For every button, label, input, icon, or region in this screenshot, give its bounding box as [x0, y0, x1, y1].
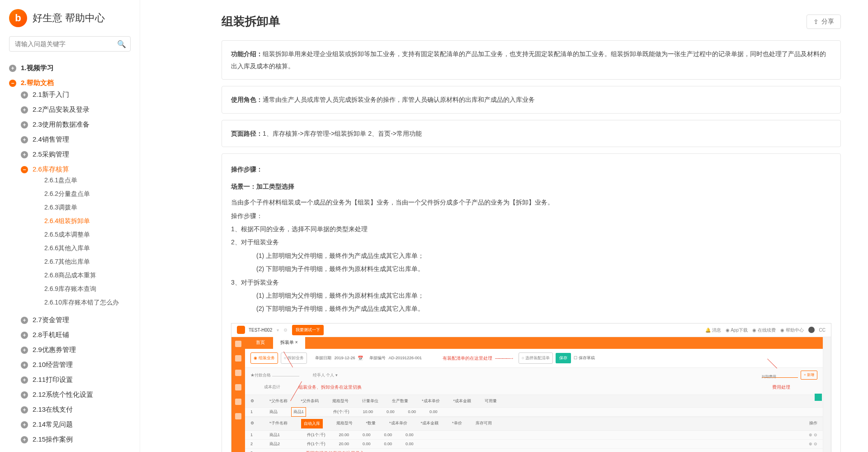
nav-2-6-7[interactable]: 2.6.7其他出库单: [44, 255, 131, 269]
intro-box: 功能介绍：组装拆卸单用来处理企业组装或拆卸等加工业务，支持有固定装配清单的产品加…: [222, 40, 841, 80]
brand-row: b 好生意 帮助中心: [9, 9, 131, 27]
ss-child-row-2: 2 商品2 件(1个:千) 20.00 0.00 0.00 0.00 ⊕ ⊖: [245, 440, 823, 449]
main-content: 组装拆卸单 ⇪ 分享 功能介绍：组装拆卸单用来处理企业组装或拆卸等加工业务，支持…: [140, 0, 868, 452]
nav-2-1[interactable]: +2.1新手入门: [21, 90, 131, 99]
ss-parent-head: ⚙ *父件名称 *父件条码 规格型号 计量单位 生产数量 *成本单价 *成本金额…: [245, 395, 823, 408]
plus-icon: +: [21, 91, 28, 99]
nav-2-2[interactable]: +2.2产品安装及登录: [21, 105, 131, 114]
ss-sidebar: [231, 337, 245, 452]
nav-2-9[interactable]: +2.9优惠券管理: [21, 346, 131, 354]
brand-title: 好生意 帮助中心: [33, 11, 105, 25]
nav-2-6-10[interactable]: 2.6.10库存账本错了怎么办: [44, 296, 131, 309]
path-text: 1、库存核算->库存管理->组装拆卸单 2、首页->常用功能: [263, 130, 422, 137]
nav-2-15[interactable]: +2.15操作案例: [21, 435, 131, 444]
row-action-icon: ⊕ ⊖: [809, 440, 817, 448]
box-icon: [235, 370, 241, 376]
calendar-icon: 📅: [358, 353, 363, 363]
ss-draft-button: ☐ 保存草稿: [574, 354, 595, 362]
nav-video[interactable]: +1.视频学习: [9, 64, 131, 72]
search-input[interactable]: [9, 36, 131, 52]
ss-annot-3: 费用处理: [772, 382, 790, 392]
nav-2-6-6[interactable]: 2.6.6其他入库单: [44, 242, 131, 255]
chevron-down-icon: ▾: [277, 325, 279, 335]
nav-sub2: 2.6.1盘点单 2.6.2分量盘点单 2.6.3调拨单 2.6.4组装拆卸单 …: [21, 174, 131, 309]
ss-btn-gen: ○ 选择装配清单: [519, 352, 553, 364]
nav-2-13[interactable]: +2.13在线支付: [21, 405, 131, 414]
ss-side-right: [823, 337, 831, 452]
ss-topbar: TEST-H002 ▾ ⚙ 我要测试一下 🔔 消息 ◉ App下载 ◉ 在线续费…: [231, 324, 831, 337]
ss-add-btn: + 新增: [801, 371, 817, 380]
ss-child-head: ⚙ *子件名称 自动入库 规格型号 *数量 *成本单价 *成本金额 *单价 库存…: [245, 417, 823, 431]
ss-msg: 🔔 消息: [705, 325, 721, 335]
nav-docs[interactable]: −2.帮助文档: [9, 79, 131, 87]
embedded-screenshot: TEST-H002 ▾ ⚙ 我要测试一下 🔔 消息 ◉ App下载 ◉ 在线续费…: [231, 323, 831, 452]
minus-icon: −: [21, 166, 28, 173]
nav-2-6-3[interactable]: 2.6.3调拨单: [44, 201, 131, 214]
ss-user: CC: [819, 325, 826, 335]
nav-2-12[interactable]: +2.12系统个性化设置: [21, 390, 131, 399]
nav-2-6[interactable]: −2.6库存核算: [21, 165, 131, 174]
search-box: 🔍: [9, 36, 131, 52]
ss-doc-val: AD-20191226-001: [388, 354, 422, 362]
nav-root: +1.视频学习 −2.帮助文档 +2.1新手入门 +2.2产品安装及登录 +2.…: [9, 61, 131, 450]
ss-annot-4: 无固定清单的直接在这里录入: [306, 448, 364, 452]
report-icon: [235, 413, 241, 419]
step-2a: (1) 上部明细为父件明细，最终作为产成品生成其它入库单；: [231, 249, 831, 262]
nav-2-14[interactable]: +2.14常见问题: [21, 420, 131, 429]
step-3: 3、对于拆装业务: [231, 276, 831, 289]
nav-2-7[interactable]: +2.7资金管理: [21, 316, 131, 324]
ss-tabs: 首页 拆装单 ×: [245, 337, 823, 349]
nav-2-6-8[interactable]: 2.6.8商品成本重算: [44, 269, 131, 282]
plus-icon: +: [21, 106, 28, 114]
path-label: 页面路径：: [231, 130, 263, 137]
ss-toolbar: ◉ 组装业务 ○ 拆卸业务 单据日期 2019-12-26 📅 单据编号 AD-…: [245, 349, 823, 368]
row-action-icon: ⊕ ⊖: [809, 431, 817, 439]
plus-icon: +: [9, 65, 16, 72]
plus-icon: +: [21, 332, 28, 339]
share-icon: ⇪: [813, 18, 819, 25]
nav-2-6-4[interactable]: 2.6.4组装拆卸单: [44, 214, 131, 228]
ss-parent-code: 商品1: [291, 407, 306, 417]
nav-2-3[interactable]: +2.3使用前数据准备: [21, 120, 131, 129]
ss-r2-1: ★付款合格: [250, 371, 299, 380]
nav-2-10[interactable]: +2.10经营管理: [21, 361, 131, 369]
ss-parent-row: 1 商品 商品1 件(个:千) 10.00 0.00 0.00 0.00: [245, 408, 823, 417]
plus-icon: +: [21, 362, 28, 369]
nav-2-8[interactable]: +2.8手机旺铺: [21, 331, 131, 339]
ss-doc-label: 单据编号: [369, 354, 386, 362]
ss-child-row-1: 1 商品1 件(1个:千) 20.00 0.00 0.00 0.00 ⊕ ⊖: [245, 431, 823, 440]
content-box: 操作步骤： 场景一：加工类型选择 当由多个子件材料组装成一个成品的业务为【组装】…: [222, 153, 841, 452]
intro-text: 组装拆卸单用来处理企业组装或拆卸等加工业务，支持有固定装配清单的产品加工业务，也…: [231, 50, 826, 70]
nav-2-4[interactable]: +2.4销售管理: [21, 135, 131, 144]
nav-2-6-1[interactable]: 2.6.1盘点单: [44, 174, 131, 187]
ss-app: ◉ App下载: [726, 325, 748, 335]
nav-2-5[interactable]: +2.5采购管理: [21, 150, 131, 159]
ss-test-id: TEST-H002: [249, 325, 272, 335]
ss-date-label: 单据日期: [315, 354, 331, 362]
share-button[interactable]: ⇪ 分享: [807, 14, 841, 29]
ss-tab-active: 拆装单 ×: [273, 336, 305, 349]
ss-renew: ◉ 在线续费: [752, 325, 776, 335]
ss-help: ◉ 帮助中心: [780, 325, 804, 335]
steps-title: 操作步骤：: [231, 163, 831, 176]
scene-title: 场景一：加工类型选择: [231, 180, 831, 193]
arrow-right-icon: ————→: [495, 353, 513, 363]
role-box: 使用角色：通常由生产人员或库管人员完成拆装业务的操作，库管人员确认原材料的出库和…: [222, 86, 841, 114]
search-icon[interactable]: 🔍: [117, 40, 126, 48]
ss-logo-icon: [237, 326, 245, 334]
doc-icon: [235, 399, 241, 405]
nav-2-6-9[interactable]: 2.6.9库存账本查询: [44, 282, 131, 296]
role-label: 使用角色：: [231, 96, 263, 103]
plus-icon: +: [21, 317, 28, 324]
brand-logo: b: [9, 9, 27, 27]
ss-r2-2: 经手人 个人 ▾: [313, 371, 338, 380]
plus-icon: +: [21, 121, 28, 128]
nav-2-6-5[interactable]: 2.6.5成本调整单: [44, 228, 131, 242]
bag-icon: [235, 384, 241, 390]
plus-icon: +: [21, 436, 28, 443]
gear-icon: ⚙: [283, 325, 288, 335]
ss-child-tab: 自动入库: [301, 419, 323, 428]
ss-empty-row-3: 3无固定清单的直接在这里录入: [245, 449, 823, 452]
nav-2-6-2[interactable]: 2.6.2分量盘点单: [44, 187, 131, 201]
nav-2-11[interactable]: +2.11打印设置: [21, 376, 131, 384]
